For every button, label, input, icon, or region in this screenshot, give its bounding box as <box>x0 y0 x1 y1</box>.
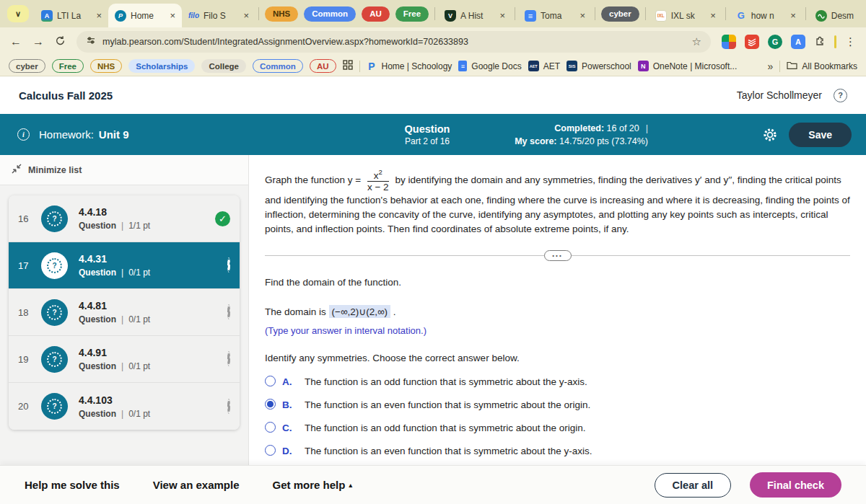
question-mark-icon: ? <box>47 305 62 320</box>
option-b-selected[interactable]: B. The function is an even function that… <box>265 398 850 412</box>
view-example-link[interactable]: View an example <box>153 479 240 491</box>
question-item-17-selected[interactable]: 17 ? 4.4.31 Question|0/1 pt <box>9 242 240 289</box>
score-summary: Completed: 16 of 20| My score: 14.75/20 … <box>515 121 648 147</box>
back-icon[interactable]: ← <box>10 35 22 48</box>
tab-group-au[interactable]: AU <box>362 6 390 22</box>
bookmark-powerschool[interactable]: SIS Powerschool <box>567 61 631 71</box>
bookmark-aet[interactable]: AET AET <box>528 61 560 71</box>
question-progress: Question Part 2 of 16 <box>326 123 528 146</box>
tab-close-icon[interactable]: × <box>499 10 505 21</box>
bookmark-google-docs[interactable]: ≡ Google Docs <box>458 61 521 71</box>
tab-google-search[interactable]: G how n × <box>729 4 802 27</box>
tab-close-icon[interactable]: × <box>170 10 175 21</box>
translate-extension-icon[interactable]: A <box>791 35 805 49</box>
radio-button[interactable] <box>265 376 276 386</box>
tab-label: LTI La <box>57 11 92 21</box>
todoist-extension-icon[interactable] <box>745 35 759 49</box>
tab-close-icon[interactable]: × <box>243 10 249 21</box>
get-more-help-link[interactable]: Get more help▴ <box>273 479 352 491</box>
tab-separator <box>434 7 435 20</box>
assignment-footer: Help me solve this View an example Get m… <box>0 465 866 504</box>
bookmark-label: Home | Schoology <box>382 61 452 71</box>
radio-button[interactable] <box>265 445 276 456</box>
bookmark-group-free[interactable]: Free <box>52 59 84 73</box>
bookmark-group-college[interactable]: College <box>201 59 246 73</box>
tab-search-button[interactable]: ∨ <box>7 5 29 22</box>
bookmark-group-scholarships[interactable]: Scholarships <box>128 59 195 73</box>
question-item-19[interactable]: 19 ? 4.4.91 Question|0/1 pt <box>9 336 240 383</box>
user-name[interactable]: Taylor Schollmeyer <box>737 89 822 101</box>
reload-icon[interactable] <box>55 35 66 49</box>
meta-divider: | <box>121 221 123 231</box>
tab-close-icon[interactable]: × <box>790 10 796 21</box>
question-item-20[interactable]: 20 ? 4.4.103 Question|0/1 pt <box>9 383 240 430</box>
course-title: Calculus Fall 2025 <box>19 89 113 102</box>
bookmark-schoology[interactable]: P Home | Schoology <box>367 61 452 71</box>
settings-gear-icon[interactable] <box>762 127 778 143</box>
answer-format-hint: (Type your answer in interval notation.) <box>265 324 850 338</box>
site-info-icon[interactable] <box>86 35 96 48</box>
ellipsis-icon: ••• <box>552 252 562 260</box>
find-domain-prompt: Find the domain of the function. <box>265 275 850 290</box>
tab-lti[interactable]: A LTI La × <box>35 4 108 27</box>
info-icon[interactable]: i <box>17 128 30 141</box>
option-a[interactable]: A. The function is an odd function that … <box>265 375 850 389</box>
apps-grid-icon[interactable] <box>343 60 353 72</box>
tab-ixl[interactable]: IXL IXL sk × <box>649 4 722 27</box>
question-statement: Graph the function y = x2x − 2 by identi… <box>265 169 850 236</box>
url-text[interactable]: mylab.pearson.com/Student/IntegratedAssi… <box>102 37 686 47</box>
help-me-solve-link[interactable]: Help me solve this <box>25 479 120 491</box>
ixl-favicon: IXL <box>655 10 667 22</box>
radio-button[interactable] <box>265 422 276 433</box>
bookmark-label: OneNote | Microsoft... <box>653 61 738 71</box>
tab-toma[interactable]: ≡ Toma × <box>518 4 592 27</box>
tab-group-free[interactable]: Free <box>395 6 429 22</box>
all-bookmarks-button[interactable]: All Bookmarks <box>787 61 857 71</box>
bookmark-star-icon[interactable]: ☆ <box>692 35 701 48</box>
question-number: 20 <box>18 401 38 412</box>
domain-answer-line: The domain is (−∞,2)∪(2,∞) . <box>265 305 850 319</box>
final-check-button[interactable]: Final check <box>750 472 841 498</box>
domain-answer-field[interactable]: (−∞,2)∪(2,∞) <box>329 305 391 318</box>
browser-menu-icon[interactable]: ⋮ <box>845 35 856 48</box>
bookmarks-overflow-icon[interactable]: » <box>768 61 774 72</box>
tab-separator <box>515 7 515 20</box>
tab-group-common[interactable]: Common <box>304 6 356 22</box>
bookmark-group-common[interactable]: Common <box>253 59 303 73</box>
tab-filo[interactable]: filo Filo S × <box>182 4 255 27</box>
meta-divider: | <box>121 314 123 324</box>
tab-history[interactable]: V A Hist × <box>438 4 512 27</box>
save-button[interactable]: Save <box>789 123 852 147</box>
tab-desmos[interactable]: Desm × <box>809 4 866 27</box>
option-d[interactable]: D. The function is an even function that… <box>265 444 850 459</box>
bookmark-onenote[interactable]: N OneNote | Microsoft... <box>638 61 738 71</box>
option-c[interactable]: C. The function is an odd function that … <box>265 421 850 436</box>
minimize-list-button[interactable]: Minimize list <box>0 155 248 185</box>
item-type: Question <box>79 221 116 231</box>
clear-all-button[interactable]: Clear all <box>655 473 731 498</box>
calculator-extension-icon[interactable] <box>722 35 736 49</box>
question-number: 19 <box>18 354 38 365</box>
browser-toolbar: ← → mylab.pearson.com/Student/Integrated… <box>0 27 866 56</box>
tab-home-active[interactable]: P Home × <box>108 4 182 27</box>
option-letter: A. <box>282 375 298 389</box>
extensions-puzzle-icon[interactable] <box>814 35 826 49</box>
question-item-16[interactable]: 16 ? 4.4.18 Question|1/1 pt ✓ <box>9 195 240 242</box>
forward-icon[interactable]: → <box>32 35 44 48</box>
tab-strip: ∨ A LTI La × P Home × filo Filo S × NHS … <box>0 0 866 27</box>
tab-group-nhs[interactable]: NHS <box>265 6 298 22</box>
tab-close-icon[interactable]: × <box>96 10 102 21</box>
radio-button-selected[interactable] <box>265 399 276 410</box>
address-bar[interactable]: mylab.pearson.com/Student/IntegratedAssi… <box>76 31 711 53</box>
bookmark-group-nhs[interactable]: NHS <box>90 59 122 73</box>
grammarly-extension-icon[interactable]: G <box>768 35 782 49</box>
question-part: Part 2 of 16 <box>326 136 528 146</box>
tab-close-icon[interactable]: × <box>579 10 585 21</box>
help-icon[interactable]: ? <box>834 89 847 102</box>
bookmark-group-cyber[interactable]: cyber <box>9 59 45 73</box>
tab-close-icon[interactable]: × <box>710 10 716 21</box>
tab-group-cyber[interactable]: cyber <box>601 6 639 22</box>
expand-question-pill[interactable]: ••• <box>544 250 572 261</box>
question-item-18[interactable]: 18 ? 4.4.81 Question|0/1 pt <box>9 289 240 336</box>
bookmark-group-au[interactable]: AU <box>310 59 336 73</box>
